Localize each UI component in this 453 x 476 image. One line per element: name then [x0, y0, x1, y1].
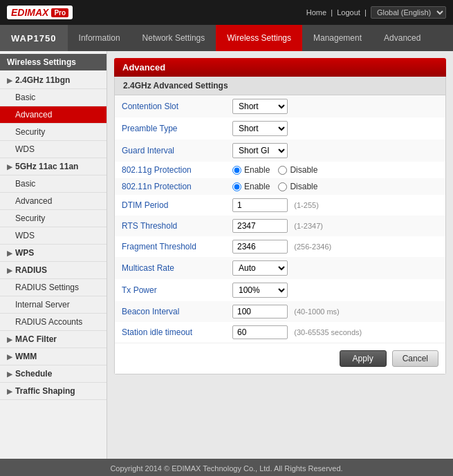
sidebar-wps-label: WPS	[15, 248, 34, 258]
radio-enable-80211g-input[interactable]	[232, 166, 241, 175]
label-guard-interval: Guard Interval	[115, 140, 225, 162]
cell-dtim-period: (1-255)	[225, 195, 445, 216]
sidebar-group-5ghz-label: 5GHz 11ac 11an	[15, 162, 78, 171]
chevron-schedule-icon: ▶	[7, 370, 12, 378]
select-tx-power[interactable]: 100% 75% 50% 25%	[232, 283, 288, 298]
radio-group-80211n: Enable Disable	[232, 182, 438, 191]
sidebar-item-radius-accounts[interactable]: RADIUS Accounts	[0, 314, 107, 331]
cancel-button[interactable]: Cancel	[392, 350, 438, 367]
radio-enable-80211n-input[interactable]	[232, 182, 241, 191]
input-rts-threshold[interactable]	[232, 219, 288, 233]
apply-button[interactable]: Apply	[340, 350, 387, 367]
sidebar-group-5ghz[interactable]: ▶ 5GHz 11ac 11an	[0, 158, 107, 175]
sidebar-item-basic-24[interactable]: Basic	[0, 89, 107, 106]
radio-enable-80211n[interactable]: Enable	[232, 182, 270, 191]
nav-advanced[interactable]: Advanced	[373, 25, 432, 51]
sidebar-item-basic-5[interactable]: Basic	[0, 175, 107, 193]
cell-multicast-rate: Auto 1 2 5.5 11	[225, 257, 445, 279]
row-dtim-period: DTIM Period (1-255)	[115, 195, 445, 216]
label-80211g-protection: 802.11g Protection	[115, 162, 225, 178]
chevron-wmm-icon: ▶	[7, 353, 12, 361]
top-nav: Home | Logout | Global (English)	[306, 6, 446, 19]
label-multicast-rate: Multicast Rate	[115, 257, 225, 279]
sidebar-wmm-label: WMM	[15, 352, 37, 361]
sidebar-group-24ghz-label: 2.4GHz 11bgn	[15, 75, 70, 85]
hint-fragment-threshold: (256-2346)	[294, 242, 331, 251]
row-beacon-interval: Beacon Interval (40-1000 ms)	[115, 301, 445, 322]
sidebar-item-wmm[interactable]: ▶ WMM	[0, 348, 107, 365]
radio-disable-80211n-input[interactable]	[278, 182, 287, 191]
language-select[interactable]: Global (English)	[371, 6, 446, 19]
row-contention-slot: Contention Slot Short Long	[115, 95, 445, 117]
cell-preamble-type: Short Long	[225, 117, 445, 140]
label-beacon-interval: Beacon Interval	[115, 301, 225, 322]
sidebar-item-radius-settings[interactable]: RADIUS Settings	[0, 279, 107, 296]
nav-brand: WAP1750	[0, 25, 68, 51]
select-guard-interval[interactable]: Short GI Long GI	[232, 143, 288, 158]
button-row: Apply Cancel	[115, 343, 445, 374]
chevron-wps-icon: ▶	[7, 249, 12, 257]
sidebar-item-schedule[interactable]: ▶ Schedule	[0, 365, 107, 383]
label-contention-slot: Contention Slot	[115, 95, 225, 117]
cell-80211g-protection: Enable Disable	[225, 162, 445, 178]
sidebar-item-traffic-shaping[interactable]: ▶ Traffic Shaping	[0, 383, 107, 400]
cell-station-idle-timeout: (30-65535 seconds)	[225, 322, 445, 343]
radio-enable-80211g[interactable]: Enable	[232, 165, 270, 175]
select-contention-slot[interactable]: Short Long	[232, 99, 288, 114]
main-layout: Wireless Settings ▶ 2.4GHz 11bgn Basic A…	[0, 51, 453, 459]
sidebar-item-radius[interactable]: ▶ RADIUS	[0, 262, 107, 279]
row-80211n-protection: 802.11n Protection Enable Disable	[115, 178, 445, 195]
radio-disable-80211n[interactable]: Disable	[278, 182, 317, 191]
sidebar-schedule-label: Schedule	[15, 369, 52, 379]
radio-disable-80211g[interactable]: Disable	[278, 165, 317, 175]
input-dtim-period[interactable]	[232, 198, 288, 212]
hint-beacon-interval: (40-1000 ms)	[294, 307, 339, 316]
nav-network-settings[interactable]: Network Settings	[131, 25, 216, 51]
hint-rts-threshold: (1-2347)	[294, 222, 323, 230]
nav-information[interactable]: Information	[68, 25, 131, 51]
cell-rts-threshold: (1-2347)	[225, 216, 445, 236]
top-header: EDIMAX Pro Home | Logout | Global (Engli…	[0, 0, 453, 25]
hint-dtim-period: (1-255)	[294, 201, 318, 209]
nav-items: Information Network Settings Wireless Se…	[68, 25, 432, 51]
chevron-radius-icon: ▶	[7, 267, 12, 274]
sidebar-traffic-label: Traffic Shaping	[15, 386, 75, 396]
sidebar-item-advanced-24[interactable]: Advanced	[0, 106, 107, 124]
nav-management[interactable]: Management	[302, 25, 373, 51]
select-multicast-rate[interactable]: Auto 1 2 5.5 11	[232, 260, 288, 276]
input-fragment-threshold[interactable]	[232, 240, 288, 254]
sidebar-radius-label: RADIUS	[15, 265, 47, 275]
select-preamble-type[interactable]: Short Long	[232, 121, 288, 136]
row-rts-threshold: RTS Threshold (1-2347)	[115, 216, 445, 236]
cell-tx-power: 100% 75% 50% 25%	[225, 279, 445, 301]
cell-fragment-threshold: (256-2346)	[225, 236, 445, 257]
label-rts-threshold: RTS Threshold	[115, 216, 225, 236]
sidebar-item-security-5[interactable]: Security	[0, 210, 107, 227]
logout-link[interactable]: Logout	[337, 8, 360, 17]
sidebar-item-wps[interactable]: ▶ WPS	[0, 245, 107, 262]
sidebar: Wireless Settings ▶ 2.4GHz 11bgn Basic A…	[0, 51, 107, 459]
input-beacon-interval[interactable]	[232, 305, 288, 318]
nav-wireless-settings[interactable]: Wireless Settings	[216, 25, 302, 51]
sidebar-mac-label: MAC Filter	[15, 334, 57, 344]
sidebar-item-advanced-5[interactable]: Advanced	[0, 193, 107, 210]
settings-subtitle: 2.4GHz Advanced Settings	[115, 77, 445, 95]
radio-group-80211g: Enable Disable	[232, 165, 438, 175]
label-fragment-threshold: Fragment Threshold	[115, 236, 225, 257]
sidebar-item-mac-filter[interactable]: ▶ MAC Filter	[0, 331, 107, 348]
cell-contention-slot: Short Long	[225, 95, 445, 117]
cell-guard-interval: Short GI Long GI	[225, 140, 445, 162]
sidebar-item-security-24[interactable]: Security	[0, 124, 107, 141]
radio-disable-80211g-input[interactable]	[278, 166, 287, 175]
sidebar-item-wds-24[interactable]: WDS	[0, 141, 107, 158]
home-link[interactable]: Home	[306, 8, 326, 17]
sidebar-title: Wireless Settings	[0, 54, 107, 70]
input-station-idle-timeout[interactable]	[232, 325, 288, 339]
sidebar-item-wds-5[interactable]: WDS	[0, 227, 107, 245]
sidebar-item-internal-server[interactable]: Internal Server	[0, 296, 107, 314]
row-tx-power: Tx Power 100% 75% 50% 25%	[115, 279, 445, 301]
row-preamble-type: Preamble Type Short Long	[115, 117, 445, 140]
sidebar-group-24ghz[interactable]: ▶ 2.4GHz 11bgn	[0, 72, 107, 89]
row-fragment-threshold: Fragment Threshold (256-2346)	[115, 236, 445, 257]
chevron-mac-icon: ▶	[7, 336, 12, 343]
